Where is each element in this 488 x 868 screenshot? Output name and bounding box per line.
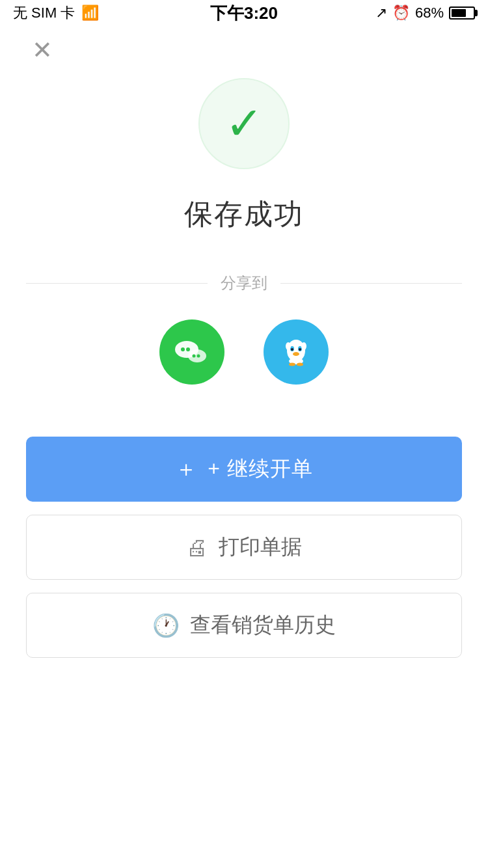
battery-icon xyxy=(449,7,475,20)
svg-point-12 xyxy=(286,342,291,350)
wechat-icon xyxy=(172,332,211,372)
svg-point-16 xyxy=(297,363,303,366)
svg-point-10 xyxy=(299,348,301,351)
status-left: 无 SIM 卡 📶 xyxy=(13,3,99,23)
svg-point-2 xyxy=(186,347,190,351)
svg-point-11 xyxy=(293,352,299,356)
svg-point-9 xyxy=(291,348,293,351)
alarm-icon: ⏰ xyxy=(392,5,410,21)
success-icon-circle: ✓ xyxy=(198,78,290,169)
svg-point-1 xyxy=(181,347,185,351)
continue-button-label: + 继续开单 xyxy=(208,455,313,483)
svg-point-13 xyxy=(301,342,306,350)
qq-icon xyxy=(279,335,313,369)
share-section: 分享到 xyxy=(0,273,488,385)
divider-line-right xyxy=(280,283,462,284)
plus-icon: ＋ xyxy=(175,454,197,484)
svg-point-15 xyxy=(289,363,295,366)
status-time: 下午3:20 xyxy=(210,2,278,25)
status-bar: 无 SIM 卡 📶 下午3:20 ↗ ⏰ 68% xyxy=(0,0,488,26)
qq-share-button[interactable] xyxy=(264,319,329,385)
checkmark-icon: ✓ xyxy=(225,101,264,146)
continue-button[interactable]: ＋ + 继续开单 xyxy=(26,437,462,502)
close-icon: ✕ xyxy=(32,38,53,62)
carrier-text: 无 SIM 卡 xyxy=(13,3,75,23)
close-button[interactable]: ✕ xyxy=(26,34,59,66)
print-button[interactable]: 🖨 打印单据 xyxy=(26,515,462,580)
svg-point-5 xyxy=(197,355,200,358)
history-button-label: 查看销货单历史 xyxy=(190,611,336,640)
status-right: ↗ ⏰ 68% xyxy=(375,5,475,21)
history-button[interactable]: 🕐 查看销货单历史 xyxy=(26,593,462,658)
printer-icon: 🖨 xyxy=(186,535,208,560)
wechat-share-button[interactable] xyxy=(159,319,224,385)
svg-point-4 xyxy=(193,355,196,358)
share-label: 分享到 xyxy=(208,273,280,293)
history-icon: 🕐 xyxy=(152,612,180,638)
battery-text: 68% xyxy=(415,5,444,21)
main-content: ✓ 保存成功 分享到 xyxy=(0,26,488,658)
share-icons xyxy=(26,319,462,385)
location-icon: ↗ xyxy=(375,5,387,21)
divider-line-left xyxy=(26,283,208,284)
success-title: 保存成功 xyxy=(184,195,304,234)
share-divider: 分享到 xyxy=(26,273,462,293)
action-buttons: ＋ + 继续开单 🖨 打印单据 🕐 查看销货单历史 xyxy=(0,437,488,658)
print-button-label: 打印单据 xyxy=(219,533,302,562)
wifi-icon: 📶 xyxy=(81,5,99,21)
